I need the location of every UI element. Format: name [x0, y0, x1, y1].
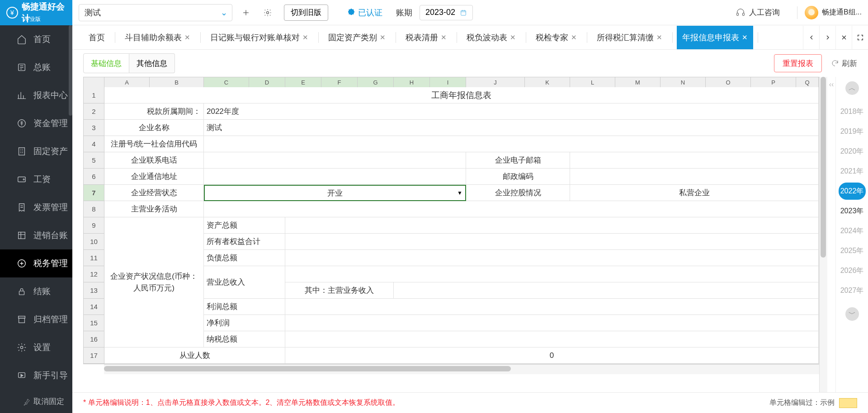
sidebar-item-guide[interactable]: 新手引导: [0, 361, 72, 390]
tab-annual-report[interactable]: 年报信息申报表✕: [677, 26, 753, 49]
col-header[interactable]: H: [394, 77, 430, 87]
sidebar-item-label: 进销台账: [33, 230, 68, 241]
close-icon[interactable]: ✕: [184, 33, 190, 42]
tab-tax-fluct[interactable]: 税负波动表✕: [461, 26, 521, 49]
collapse-year-rail-button[interactable]: ‹‹: [827, 77, 835, 392]
close-icon[interactable]: ✕: [656, 33, 662, 42]
edition-badge: 专业版: [24, 15, 41, 23]
col-header[interactable]: O: [706, 77, 751, 87]
year-item[interactable]: 2026年: [839, 262, 866, 279]
sidebar-item-home[interactable]: 首页: [0, 25, 72, 53]
inner-tab-other[interactable]: 其他信息: [129, 53, 175, 73]
col-header[interactable]: L: [570, 77, 615, 87]
active-cell[interactable]: 开业▼: [204, 185, 466, 201]
col-header[interactable]: J: [466, 77, 525, 87]
close-icon[interactable]: ✕: [302, 33, 308, 42]
user-name: 畅捷通B组...: [822, 8, 862, 17]
sidebar-scrollbar[interactable]: [69, 25, 72, 116]
user-menu[interactable]: 畅捷通B组...: [805, 6, 862, 19]
svg-rect-14: [737, 13, 739, 15]
tab-home[interactable]: 首页: [83, 26, 110, 49]
col-header[interactable]: E: [285, 77, 321, 87]
spreadsheet[interactable]: ABCDEFGHIJKLMNOPQ1工商年报信息表2税款所属期间：2022年度3…: [83, 77, 819, 364]
tabs-close-button[interactable]: [835, 26, 852, 49]
close-icon[interactable]: ✕: [571, 33, 577, 42]
close-icon[interactable]: ✕: [441, 33, 447, 42]
col-header[interactable]: B: [150, 77, 204, 87]
col-header[interactable]: A: [104, 77, 150, 87]
vertical-scrollbar[interactable]: [819, 77, 827, 392]
sidebar-item-salary[interactable]: 工资: [0, 165, 72, 193]
sidebar-item-label: 设置: [33, 342, 51, 353]
tab-income-tax[interactable]: 所得税汇算清缴✕: [591, 26, 668, 49]
col-header[interactable]: C: [204, 77, 249, 87]
col-header[interactable]: N: [660, 77, 706, 87]
year-item[interactable]: 2018年: [839, 103, 866, 120]
close-icon[interactable]: ✕: [510, 33, 516, 42]
year-down-button[interactable]: ﹀: [845, 307, 859, 321]
inner-tab-basic[interactable]: 基础信息: [83, 53, 129, 73]
tab-asset-cat[interactable]: 固定资产类别✕: [323, 26, 391, 49]
tabs-next-button[interactable]: [819, 26, 835, 49]
sidebar-item-label: 工资: [33, 174, 51, 185]
guide-icon: [16, 370, 27, 381]
tax-icon: [16, 258, 27, 269]
year-item[interactable]: 2019年: [839, 123, 866, 140]
col-header[interactable]: D: [249, 77, 285, 87]
year-up-button[interactable]: ︿: [845, 81, 859, 95]
col-header[interactable]: Q: [796, 77, 819, 87]
svg-rect-15: [743, 13, 745, 15]
close-icon[interactable]: ✕: [380, 33, 386, 42]
col-header[interactable]: F: [321, 77, 358, 87]
tab-tax-expert[interactable]: 税检专家✕: [530, 26, 582, 49]
sidebar-item-settings[interactable]: 设置: [0, 333, 72, 361]
year-item[interactable]: 2025年: [839, 242, 866, 259]
main-area: 测试 ⌄ 切到旧版 已认证 账期 2023-02 人工咨询 畅捷通B组... 首…: [72, 0, 868, 413]
period-picker[interactable]: 2023-02: [420, 5, 473, 20]
settings-button[interactable]: [259, 5, 276, 21]
year-item[interactable]: 2022年: [839, 183, 866, 200]
tabs-fullscreen-button[interactable]: [852, 26, 868, 49]
col-header[interactable]: G: [358, 77, 394, 87]
tab-bank-recon[interactable]: 日记账与银行对账单核对✕: [205, 26, 314, 49]
refresh-button[interactable]: 刷新: [831, 58, 857, 69]
refresh-icon: [831, 59, 839, 67]
sidebar-item-tax[interactable]: 税务管理: [0, 249, 72, 277]
tabs-prev-button[interactable]: [803, 26, 819, 49]
sidebar-item-label: 固定资产: [33, 145, 68, 157]
col-header[interactable]: K: [525, 77, 570, 87]
switch-old-button[interactable]: 切到旧版: [284, 5, 328, 21]
sidebar-item-assets[interactable]: 固定资产: [0, 137, 72, 165]
reset-report-button[interactable]: 重置报表: [774, 54, 822, 72]
tenant-select[interactable]: 测试 ⌄: [79, 4, 232, 21]
col-header[interactable]: M: [615, 77, 660, 87]
sidebar-item-ledger[interactable]: 总账: [0, 53, 72, 81]
year-item[interactable]: 2020年: [839, 143, 866, 160]
tab-aux-balance[interactable]: 斗目辅助余额表✕: [119, 26, 196, 49]
sidebar-item-closing[interactable]: 结账: [0, 277, 72, 305]
sidebar-item-reports[interactable]: 报表中心: [0, 81, 72, 109]
year-item[interactable]: 2023年: [839, 202, 866, 220]
year-item[interactable]: 2021年: [839, 163, 866, 180]
year-item[interactable]: 2024年: [839, 222, 866, 239]
add-button[interactable]: [238, 5, 254, 21]
close-icon[interactable]: ✕: [742, 33, 748, 42]
edited-example: 示例: [820, 398, 835, 408]
unpin-sidebar-button[interactable]: 取消固定: [23, 396, 64, 407]
sidebar-item-funds[interactable]: 资金管理: [0, 109, 72, 137]
year-rail: ︿ 2018年2019年2020年2021年2022年2023年2024年202…: [835, 77, 868, 392]
svg-rect-7: [19, 291, 24, 295]
sidebar-item-archive[interactable]: 归档管理: [0, 305, 72, 333]
sidebar-item-invoice[interactable]: 发票管理: [0, 193, 72, 221]
money-icon: [16, 118, 27, 129]
sidebar-item-inventory[interactable]: 进销台账: [0, 221, 72, 249]
col-header[interactable]: P: [751, 77, 796, 87]
dropdown-icon[interactable]: ▼: [457, 190, 462, 196]
support-button[interactable]: 人工咨询: [736, 7, 780, 18]
sheet-area: ABCDEFGHIJKLMNOPQ1工商年报信息表2税款所属期间：2022年度3…: [72, 77, 868, 392]
col-header[interactable]: I: [430, 77, 466, 87]
horizontal-scrollbar[interactable]: [104, 364, 819, 374]
year-item[interactable]: 2027年: [839, 282, 866, 299]
tab-tax-list[interactable]: 税表清册✕: [400, 26, 452, 49]
ledger-icon: [16, 62, 27, 73]
